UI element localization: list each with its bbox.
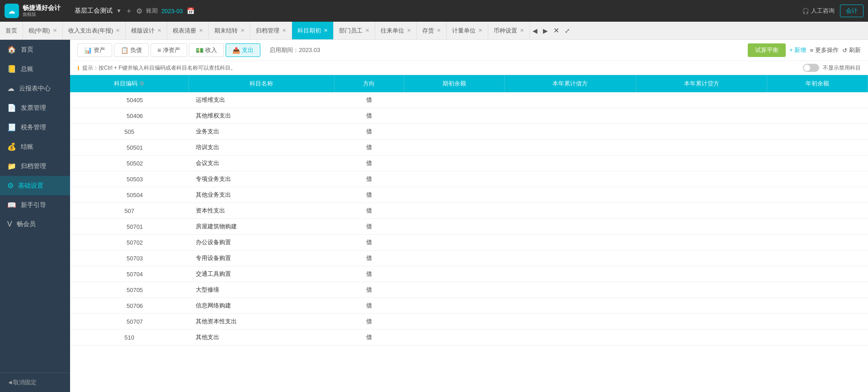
- logo-icon: ☁: [5, 4, 19, 18]
- cell-opening: [404, 282, 504, 298]
- table-row[interactable]: 50702办公设备购置借: [70, 235, 868, 250]
- refresh-button[interactable]: ↺ 刷新: [842, 46, 861, 54]
- more-button[interactable]: ≡ 更多操作: [810, 46, 839, 54]
- col-ytd-credit: 本年累计贷方: [636, 75, 767, 92]
- table-row[interactable]: 510其他支出借: [70, 330, 868, 345]
- cell-code: 50701: [70, 219, 189, 235]
- tax-icon: 🧾: [7, 123, 16, 132]
- tab-prev-btn[interactable]: ◀: [530, 22, 540, 40]
- tab-close-bumen[interactable]: ✕: [365, 28, 369, 33]
- sidebar-item-home[interactable]: 🏠 首页: [0, 40, 70, 59]
- cell-ytd-debit: [505, 219, 636, 235]
- close-icon: 💰: [7, 142, 16, 151]
- table-row[interactable]: 50707其他资本性支出借: [70, 314, 868, 330]
- logo-sub: 旗舰版: [23, 11, 61, 18]
- cell-ytd-debit: [505, 124, 636, 140]
- sidebar-item-tax[interactable]: 🧾 税务管理: [0, 118, 70, 137]
- tab-close-jiliang[interactable]: ✕: [478, 28, 482, 33]
- table-row[interactable]: 50503专项业务支出借: [70, 171, 868, 187]
- tab-guidang[interactable]: 归档管理 ✕: [250, 22, 292, 40]
- sidebar-item-close[interactable]: 💰 结账: [0, 137, 70, 156]
- table-row[interactable]: 50701房屋建筑物购建借: [70, 219, 868, 235]
- collapse-label: ◄取消固定: [7, 378, 37, 387]
- tab-shuibiao[interactable]: 税表清册 ✕: [167, 22, 209, 40]
- calendar-icon[interactable]: 📅: [187, 7, 194, 14]
- service-button[interactable]: 🎧 人工咨询: [802, 7, 835, 15]
- table-row[interactable]: 50704交通工具购置借: [70, 266, 868, 282]
- sub-tab-income[interactable]: 💵 收入: [189, 43, 224, 57]
- cell-name: 房屋建筑物购建: [189, 219, 334, 235]
- tab-jiliang[interactable]: 计量单位 ✕: [447, 22, 488, 40]
- tab-close-all-btn[interactable]: ✕: [551, 22, 562, 40]
- tab-close-cunhuo[interactable]: ✕: [437, 28, 441, 33]
- main-layout: 🏠 首页 📒 总账 ☁ 云报表中心 📄 发票管理 🧾 税务管理 💰 结账 📁 归…: [0, 40, 868, 392]
- sidebar-item-settings[interactable]: ⚙ 基础设置: [0, 176, 70, 195]
- tab-close-shuibiao[interactable]: ✕: [199, 28, 203, 33]
- table-row[interactable]: 50501培训支出借: [70, 140, 868, 156]
- cell-ytd-debit: [505, 266, 636, 282]
- cell-opening: [404, 140, 504, 156]
- sub-tab-asset[interactable]: 📊 资产: [77, 43, 112, 57]
- toggle-disabled-switch[interactable]: [803, 64, 819, 72]
- guide-icon: 📖: [7, 201, 16, 209]
- table-row[interactable]: 50504其他业务支出借: [70, 187, 868, 203]
- tab-cunhuo[interactable]: 存货 ✕: [417, 22, 447, 40]
- sub-tab-expense[interactable]: 📤 支出: [226, 43, 260, 57]
- col-settings-icon[interactable]: ⚙: [139, 80, 145, 87]
- table-row[interactable]: 507资本性支出借: [70, 203, 868, 219]
- tab-close-wanglai[interactable]: ✕: [407, 28, 411, 33]
- tab-wanglai[interactable]: 往来单位 ✕: [375, 22, 417, 40]
- account-button[interactable]: 会计: [840, 5, 863, 17]
- sub-tab-equity[interactable]: ≡ 净资产: [151, 43, 187, 57]
- tab-zhongqi[interactable]: 税(中期) ✕: [23, 22, 63, 40]
- table-row[interactable]: 50406其他维权支出借: [70, 108, 868, 124]
- table-header-row: 科目编码 ⚙ 科目名称 方向 期初余额 本年累计借方 本年累计贷方 年初余额: [70, 75, 868, 92]
- tab-home[interactable]: 首页: [0, 22, 23, 40]
- sidebar-item-zhangzhang[interactable]: 📒 总账: [0, 59, 70, 79]
- table-row[interactable]: 50705大型修缮借: [70, 282, 868, 298]
- add-company-icon[interactable]: ＋: [125, 6, 132, 16]
- balance-button[interactable]: 试算平衡: [748, 43, 786, 57]
- tab-close-moban[interactable]: ✕: [157, 28, 161, 33]
- settings-icon[interactable]: ⚙: [136, 7, 142, 15]
- liability-icon: 📋: [121, 47, 128, 54]
- tab-close-qimo[interactable]: ✕: [241, 28, 245, 33]
- tab-shouru[interactable]: 收入支出表(年报) ✕: [63, 22, 126, 40]
- cell-opening: [404, 108, 504, 124]
- col-direction: 方向: [334, 75, 404, 92]
- tab-qimo[interactable]: 期末结转 ✕: [209, 22, 250, 40]
- tab-close-kemuqichu[interactable]: ✕: [324, 28, 328, 33]
- sidebar-item-invoice[interactable]: 📄 发票管理: [0, 98, 70, 118]
- cell-opening: [404, 156, 504, 171]
- table-row[interactable]: 50706信息网络购建借: [70, 298, 868, 314]
- cell-ytd-debit: [505, 330, 636, 345]
- sidebar-item-cloud[interactable]: ☁ 云报表中心: [0, 79, 70, 98]
- sub-tab-liability[interactable]: 📋 负债: [114, 43, 149, 57]
- tab-close-guidang[interactable]: ✕: [282, 28, 286, 33]
- tab-next-btn[interactable]: ▶: [540, 22, 551, 40]
- cell-year-opening: [767, 156, 868, 171]
- sidebar-item-member[interactable]: V 畅会员: [0, 215, 70, 234]
- tab-close-bizhong[interactable]: ✕: [520, 28, 524, 33]
- cell-ytd-credit: [636, 219, 767, 235]
- tab-expand-btn[interactable]: ⤢: [562, 22, 573, 40]
- cell-ytd-credit: [636, 235, 767, 250]
- tab-close-zhongqi[interactable]: ✕: [53, 28, 57, 33]
- sidebar-item-guide[interactable]: 📖 新手引导: [0, 195, 70, 215]
- dropdown-icon[interactable]: ▼: [116, 8, 122, 14]
- table-row[interactable]: 505业务支出借: [70, 124, 868, 140]
- add-button[interactable]: + 新增: [789, 46, 806, 54]
- tab-bumen[interactable]: 部门员工 ✕: [334, 22, 375, 40]
- sidebar-collapse-btn[interactable]: ◄取消固定: [0, 373, 70, 392]
- cell-year-opening: [767, 108, 868, 124]
- table-row[interactable]: 50703专用设备购置借: [70, 250, 868, 266]
- tab-kemuqichu[interactable]: 科目期初 ✕: [292, 22, 334, 40]
- tab-moban[interactable]: 模版设计 ✕: [126, 22, 167, 40]
- tab-close-shouru[interactable]: ✕: [116, 28, 120, 33]
- table-row[interactable]: 50405运维维支出借: [70, 92, 868, 108]
- cell-year-opening: [767, 92, 868, 108]
- sidebar-item-archive[interactable]: 📁 归档管理: [0, 156, 70, 176]
- hint-icon: ℹ: [77, 65, 80, 71]
- tab-bizhong[interactable]: 币种设置 ✕: [488, 22, 530, 40]
- table-row[interactable]: 50502会议支出借: [70, 156, 868, 171]
